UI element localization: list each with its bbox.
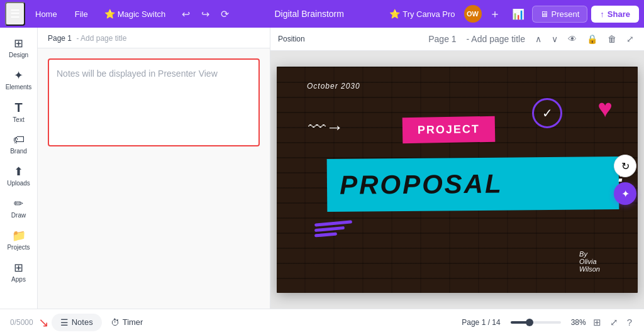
purple-strokes <box>314 222 352 236</box>
slide-canvas[interactable]: October 2030 〰→ ✓ ♥ PROJECT P <box>277 67 638 293</box>
hamburger-button[interactable]: ☰ <box>5 2 25 26</box>
sync-button[interactable]: ⟳ <box>216 4 234 24</box>
brand-icon: 🏷 <box>13 133 25 146</box>
zoom-control: 38% <box>511 318 586 327</box>
slide-squiggle: 〰→ <box>308 117 343 138</box>
panel-add-title[interactable]: - Add page title <box>76 34 126 43</box>
project-box: PROJECT <box>402 116 496 144</box>
sidebar-item-text[interactable]: T Text <box>3 97 35 127</box>
slide-byline: By Olivia Wilson <box>579 250 600 273</box>
zoom-slider-dot <box>526 319 533 326</box>
bottom-tabs: ☰ Notes ⏱ Timer <box>52 314 152 331</box>
try-pro-button[interactable]: ⭐ Try Canva Pro <box>384 6 460 22</box>
char-count: 0/5000 <box>10 318 33 327</box>
sidebar-item-apps[interactable]: ⊞ Apps <box>3 257 35 287</box>
present-button[interactable]: 🖥 Present <box>532 6 588 23</box>
proposal-label: PROPOSAL <box>340 169 503 200</box>
notes-tab-label: Notes <box>72 317 93 327</box>
chevron-down-icon[interactable]: ∨ <box>549 33 560 45</box>
slide-background: October 2030 〰→ ✓ ♥ PROJECT P <box>277 67 638 293</box>
canvas-position-label: Position <box>278 35 305 43</box>
text-icon: T <box>14 101 22 115</box>
sidebar-item-design[interactable]: ⊞ Design <box>3 33 35 62</box>
expand-icon[interactable]: ⤢ <box>624 33 636 45</box>
delete-icon[interactable]: 🗑 <box>605 33 619 45</box>
project-label: PROJECT <box>418 123 480 136</box>
file-button[interactable]: File <box>67 6 96 23</box>
zoom-percent: 38% <box>566 318 586 327</box>
apps-icon: ⊞ <box>14 261 23 275</box>
share-icon: ↑ <box>600 9 604 19</box>
notes-textarea[interactable]: Notes will be displayed in Presenter Vie… <box>48 58 260 146</box>
redo-button[interactable]: ↪ <box>196 4 214 24</box>
share-button[interactable]: ↑ Share <box>591 6 639 23</box>
add-collaborator-button[interactable]: ＋ <box>486 4 504 24</box>
refresh-fab[interactable]: ↻ <box>614 155 636 177</box>
sidebar-item-elements[interactable]: ✦ Elements <box>3 65 35 94</box>
magic-switch-button[interactable]: ⭐ Magic Switch <box>98 5 172 23</box>
monitor-icon: 🖥 <box>540 9 548 19</box>
grid-view-icon[interactable]: ⊞ <box>591 315 603 330</box>
stroke-2 <box>314 226 345 232</box>
zoom-slider[interactable] <box>511 321 561 324</box>
timer-tab-icon: ⏱ <box>111 317 119 327</box>
notes-area: Notes will be displayed in Presenter Vie… <box>38 48 270 309</box>
uploads-icon: ⬆ <box>14 165 23 178</box>
slide-heart: ♥ <box>597 94 613 123</box>
eye-icon[interactable]: 👁 <box>565 33 579 45</box>
canvas-header-controls: Page 1 - Add page title ∧ ∨ 👁 🔒 🗑 ⤢ <box>426 33 636 45</box>
bottom-bar: 0/5000 ↘ ☰ Notes ⏱ Timer Page 1 / 14 38%… <box>0 309 644 335</box>
nav-right: ⭐ Try Canva Pro OW ＋ 📊 🖥 Present ↑ Share <box>384 4 639 24</box>
document-title: Digital Brainstorm <box>236 9 382 19</box>
home-button[interactable]: Home <box>28 6 65 23</box>
arrow-indicator: ↘ <box>38 315 49 330</box>
notes-tab-icon: ☰ <box>60 317 69 327</box>
projects-icon: 📁 <box>12 229 26 243</box>
timer-tab[interactable]: ⏱ Timer <box>102 314 152 331</box>
help-icon[interactable]: ? <box>625 315 634 329</box>
sidebar-item-draw[interactable]: ✏ Draw <box>3 193 35 222</box>
analytics-button[interactable]: 📊 <box>508 6 528 23</box>
bottom-icons: ⊞ ⤢ ? <box>591 315 634 330</box>
proposal-box: PROPOSAL <box>327 157 619 212</box>
center-panel: Page 1 - Add page title Notes will be di… <box>38 28 270 309</box>
slide-circle: ✓ <box>532 98 562 128</box>
page-info: Page 1 / 14 <box>462 318 500 327</box>
avatar[interactable]: OW <box>464 5 482 23</box>
slide-date: October 2030 <box>307 82 360 91</box>
canvas-area: Position Page 1 - Add page title ∧ ∨ 👁 🔒… <box>270 28 644 309</box>
lock-icon[interactable]: 🔒 <box>584 33 600 45</box>
draw-icon: ✏ <box>14 197 23 211</box>
magic-fab[interactable]: ✦ <box>614 182 636 205</box>
canvas-header: Position Page 1 - Add page title ∧ ∨ 👁 🔒… <box>270 28 644 51</box>
sidebar-item-brand[interactable]: 🏷 Brand <box>3 129 35 158</box>
star-icon: ⭐ <box>389 9 400 19</box>
canvas-right-actions: ↻ ✦ <box>614 155 636 205</box>
canvas-page-label: Page 1 <box>426 33 458 45</box>
canvas-viewport: October 2030 〰→ ✓ ♥ PROJECT P <box>270 51 644 309</box>
sidebar-item-projects[interactable]: 📁 Projects <box>3 225 35 255</box>
sidebar-item-uploads[interactable]: ⬆ Uploads <box>3 161 35 190</box>
design-icon: ⊞ <box>14 36 23 50</box>
magic-icon: ⭐ <box>104 9 115 19</box>
main-area: ⊞ Design ✦ Elements T Text 🏷 Brand ⬆ Upl… <box>0 28 644 309</box>
elements-icon: ✦ <box>14 69 23 82</box>
chevron-up-icon[interactable]: ∧ <box>533 33 544 45</box>
magic-switch-label: Magic Switch <box>118 9 166 19</box>
canvas-add-title[interactable]: - Add page title <box>464 33 528 45</box>
undo-group: ↩ ↪ ⟳ <box>177 4 234 24</box>
notes-placeholder: Notes will be displayed in Presenter Vie… <box>57 67 218 80</box>
left-sidebar: ⊞ Design ✦ Elements T Text 🏷 Brand ⬆ Upl… <box>0 28 38 309</box>
check-icon: ✓ <box>542 106 553 121</box>
undo-button[interactable]: ↩ <box>177 4 195 24</box>
panel-page-label: Page 1 <box>48 34 72 43</box>
timer-tab-label: Timer <box>123 317 143 327</box>
navbar: ☰ Home File ⭐ Magic Switch ↩ ↪ ⟳ Digital… <box>0 0 644 28</box>
notes-tab[interactable]: ☰ Notes <box>52 314 102 331</box>
fullscreen-icon[interactable]: ⤢ <box>608 315 620 330</box>
panel-header: Page 1 - Add page title <box>38 28 270 48</box>
